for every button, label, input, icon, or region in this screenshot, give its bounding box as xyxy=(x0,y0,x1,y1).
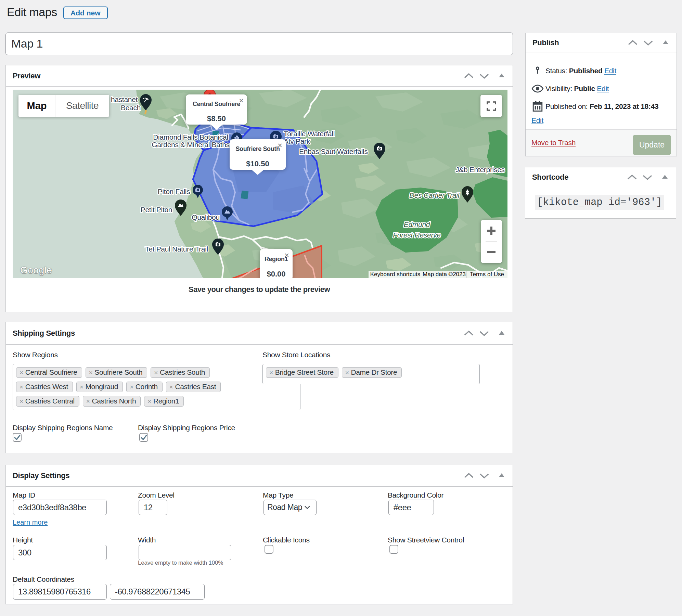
svg-text:Enbas Saut Waterfalls: Enbas Saut Waterfalls xyxy=(299,147,368,155)
svg-text:hastanet: hastanet xyxy=(111,95,138,103)
svg-text:J&b Enterprises: J&b Enterprises xyxy=(455,166,505,174)
svg-text:Piton Falls: Piton Falls xyxy=(158,188,190,195)
svg-text:Toraille Waterfall: Toraille Waterfall xyxy=(284,130,335,138)
svg-text:Des Cartier Trail: Des Cartier Trail xyxy=(409,191,460,199)
svg-text:Beach: Beach xyxy=(121,104,141,112)
svg-text:Forest Reserve: Forest Reserve xyxy=(393,231,440,239)
svg-text:Diamond Falls Botanical: Diamond Falls Botanical xyxy=(153,133,228,141)
svg-text:Petit Piton: Petit Piton xyxy=(141,206,172,214)
svg-text:Tet Paul Nature Trail: Tet Paul Nature Trail xyxy=(145,245,208,253)
svg-text:Edmund: Edmund xyxy=(404,220,430,228)
svg-text:Atv Park: Atv Park xyxy=(284,137,310,145)
svg-text:Gardens & Mineral Baths: Gardens & Mineral Baths xyxy=(152,141,230,149)
svg-text:Qualibou: Qualibou xyxy=(192,213,220,221)
